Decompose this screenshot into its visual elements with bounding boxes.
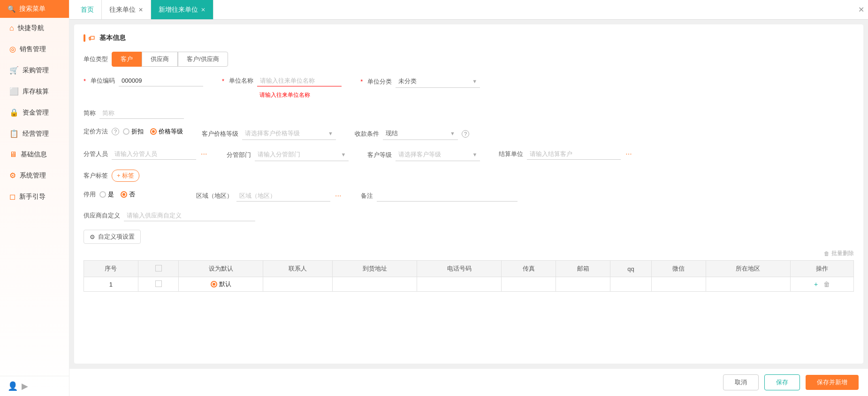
col-region: 所在地区 xyxy=(706,261,790,277)
sidebar-item-system[interactable]: ⚙ 系统管理 xyxy=(0,165,69,186)
unit-name-input[interactable] xyxy=(257,75,342,86)
payment-condition-select[interactable]: 现结 ▼ xyxy=(383,127,458,140)
dept-select[interactable]: 请输入分管部门 ▼ xyxy=(255,148,349,161)
row-index: 1 xyxy=(84,277,138,292)
search-icon: 🔍 xyxy=(8,5,15,13)
abbr-row: 简称 xyxy=(84,108,854,119)
table-header: 序号 设为默认 联系人 到货地址 电话号码 传真 邮箱 qq 微信 所在地区 操… xyxy=(84,261,854,277)
settlement-group: 结算单位 ··· xyxy=(499,148,632,160)
disable-group: 停用 是 否 xyxy=(84,190,177,199)
tab-new-contact[interactable]: 新增往来单位 ✕ xyxy=(151,0,213,19)
payment-help-icon[interactable]: ? xyxy=(462,130,469,138)
region-group: 区域（地区） ··· xyxy=(196,190,342,202)
dept-placeholder: 请输入分管部门 xyxy=(258,150,339,159)
payment-condition-label: 收款条件 xyxy=(355,130,379,138)
unit-btn-both[interactable]: 客户/供应商 xyxy=(178,52,228,67)
pricing-group: 定价方法 ? 折扣 价格等级 xyxy=(84,127,183,136)
delete-row-button[interactable]: 🗑 xyxy=(823,280,830,288)
abbr-label: 简称 xyxy=(84,109,96,117)
remark-input[interactable] xyxy=(377,190,518,202)
disable-radio-group: 是 否 xyxy=(99,190,135,199)
manager-label: 分管人员 xyxy=(84,150,108,158)
pricing-help-icon[interactable]: ? xyxy=(112,128,119,135)
manager-ellipsis[interactable]: ··· xyxy=(200,150,208,158)
batch-delete-label[interactable]: 批量删除 xyxy=(831,249,854,257)
region-input[interactable] xyxy=(236,190,330,202)
region-ellipsis[interactable]: ··· xyxy=(334,192,342,200)
settlement-ellipsis[interactable]: ··· xyxy=(624,150,632,158)
system-icon: ⚙ xyxy=(9,171,16,180)
table-row: 1 默认 xyxy=(84,277,854,292)
cancel-button[interactable]: 取消 xyxy=(723,374,759,390)
header-checkbox[interactable] xyxy=(155,265,162,272)
unit-category-select[interactable]: 未分类 ▼ xyxy=(396,75,480,88)
expand-icon[interactable]: ▶ xyxy=(22,381,28,391)
customer-price-label: 客户价格等级 xyxy=(202,130,238,138)
col-checkbox xyxy=(138,261,178,277)
custom-settings-button[interactable]: ⚙ 自定义项设置 xyxy=(84,230,141,244)
unit-name-label: 单位名称 xyxy=(229,77,253,85)
main-area: 首页 往来单位 ✕ 新增往来单位 ✕ ✕ 🏷 基本信息 单位类型 客户 供应商 xyxy=(69,0,868,396)
row-checkbox[interactable] xyxy=(155,280,162,287)
search-menu-button[interactable]: 🔍 搜索菜单 xyxy=(0,0,69,18)
pricing-radio-level[interactable]: 价格等级 xyxy=(150,127,183,136)
title-bar xyxy=(84,34,85,42)
close-new-contact-tab[interactable]: ✕ xyxy=(201,7,206,13)
unit-type-label: 单位类型 xyxy=(84,55,108,63)
customer-price-select[interactable]: 请选择客户价格等级 ▼ xyxy=(242,127,336,140)
sidebar-item-guide[interactable]: ◻ 新手引导 xyxy=(0,186,69,207)
purchase-icon: 🛒 xyxy=(9,66,19,75)
supplier-custom-label: 供应商自定义 xyxy=(84,211,120,220)
col-fax: 传真 xyxy=(502,261,556,277)
disable-region-row: 停用 是 否 区域（地区） ··· 备注 xyxy=(84,190,854,202)
disable-no[interactable]: 否 xyxy=(121,190,135,199)
unit-category-group: * 单位分类 未分类 ▼ xyxy=(360,75,480,88)
manager-row: 分管人员 ··· 分管部门 请输入分管部门 ▼ 客户等级 请选择客户等级 ▼ 结… xyxy=(84,148,854,161)
batch-delete-area: 🗑 批量删除 xyxy=(84,249,854,257)
settlement-input[interactable] xyxy=(527,148,621,160)
section-title: 🏷 基本信息 xyxy=(84,34,854,42)
unit-btn-supplier[interactable]: 供应商 xyxy=(142,52,178,67)
sidebar-item-purchase[interactable]: 🛒 采购管理 xyxy=(0,60,69,81)
yes-radio[interactable] xyxy=(99,191,106,198)
manager-input[interactable] xyxy=(112,148,196,160)
disable-yes[interactable]: 是 xyxy=(99,190,114,199)
abbr-input[interactable] xyxy=(99,108,184,119)
row-actions: + 🗑 xyxy=(790,277,853,292)
add-row-button[interactable]: + xyxy=(814,280,818,288)
finance-icon: 🔒 xyxy=(9,108,19,117)
close-all-tabs[interactable]: ✕ xyxy=(858,5,864,14)
unit-btn-customer[interactable]: 客户 xyxy=(112,52,142,67)
pricing-radio-group: 折扣 价格等级 xyxy=(123,127,183,136)
discount-radio[interactable] xyxy=(123,128,129,135)
save-add-button[interactable]: 保存并新增 xyxy=(806,375,859,390)
inventory-icon: ⬜ xyxy=(9,87,19,96)
no-radio[interactable] xyxy=(121,191,127,198)
supplier-custom-input[interactable] xyxy=(124,210,255,221)
default-radio[interactable] xyxy=(211,281,217,287)
unit-code-input[interactable] xyxy=(119,75,203,86)
close-contacts-tab[interactable]: ✕ xyxy=(138,7,143,13)
sidebar-item-sales[interactable]: ◎ 销售管理 xyxy=(0,39,69,60)
col-phone: 电话号码 xyxy=(417,261,502,277)
chevron-down-icon: ▼ xyxy=(472,78,477,84)
pricing-radio-discount[interactable]: 折扣 xyxy=(123,127,144,136)
tab-home[interactable]: 首页 xyxy=(73,0,102,19)
sidebar-item-quick-nav[interactable]: ⌂ 快捷导航 xyxy=(0,18,69,39)
user-icon: 👤 xyxy=(8,381,18,391)
chevron-down-icon5: ▼ xyxy=(472,152,477,157)
price-level-radio[interactable] xyxy=(150,128,157,135)
chevron-down-icon3: ▼ xyxy=(450,131,455,136)
batch-delete-icon: 🗑 xyxy=(824,250,830,257)
sidebar-item-finance[interactable]: 🔒 资金管理 xyxy=(0,102,69,123)
default-radio-item[interactable]: 默认 xyxy=(183,280,258,288)
sidebar-item-inventory[interactable]: ⬜ 库存核算 xyxy=(0,81,69,102)
sidebar-item-basic[interactable]: 🖥 基础信息 xyxy=(0,144,69,165)
customer-level-select[interactable]: 请选择客户等级 ▼ xyxy=(396,148,480,161)
sidebar-item-operation[interactable]: 📋 经营管理 xyxy=(0,123,69,144)
customer-level-placeholder: 请选择客户等级 xyxy=(398,150,470,159)
add-tag-button[interactable]: + 标签 xyxy=(112,170,139,182)
save-button[interactable]: 保存 xyxy=(764,374,800,390)
tab-contacts[interactable]: 往来单位 ✕ xyxy=(102,0,151,19)
row-qq xyxy=(610,277,651,292)
